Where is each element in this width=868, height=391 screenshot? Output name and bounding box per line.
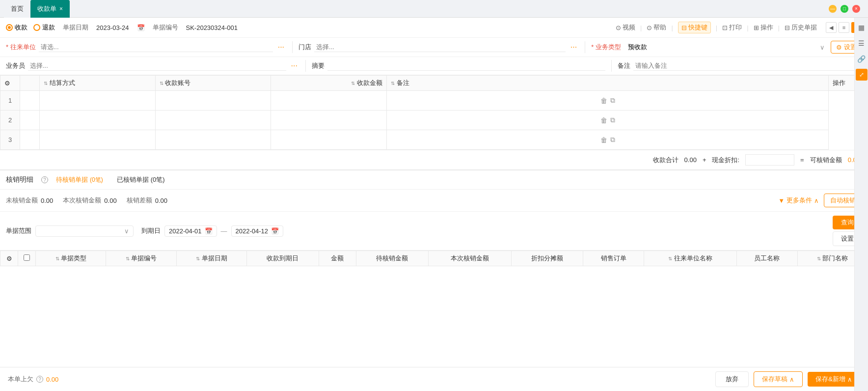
biz-type-value: 预收款 — [624, 43, 817, 52]
form-row-1: 往来单位 ··· 门店 ··· * 业务类型 预收款 ∨ ⚙ 设置 — [0, 38, 868, 57]
tab-home-label: 首页 — [11, 4, 24, 13]
table-wrapper: ⚙ ⇅ 结算方式 ⇅ 收款账号 ⇅ 收款金额 — [0, 75, 868, 150]
counterpart-input[interactable] — [39, 42, 273, 52]
row-1-account[interactable] — [40, 91, 156, 111]
operation-link[interactable]: ⊞ 操作 — [754, 23, 773, 32]
vcol-employee: 员工名称 — [737, 251, 797, 266]
date-to-input[interactable]: 2022-04-12 📅 — [231, 225, 284, 237]
remark-input[interactable] — [633, 61, 862, 71]
divider-4 — [611, 60, 612, 72]
salesperson-label: 业务员 — [6, 61, 25, 70]
row-3-delete-btn[interactable]: 🗑 — [600, 136, 607, 144]
balance-info-icon[interactable]: ? — [36, 376, 43, 383]
col-settings[interactable]: ⚙ — [0, 76, 20, 91]
shortcut-link[interactable]: ⊟ 快捷键 — [678, 22, 711, 33]
row-2-account[interactable] — [40, 111, 156, 130]
right-sidebar: ▦ ☰ 🔗 ⤢ — [854, 18, 868, 391]
doc-no-label: 单据编号 — [153, 23, 178, 32]
sidebar-expand-icon[interactable]: ⤢ — [856, 69, 868, 81]
video-link[interactable]: ⊙ 视频 — [616, 23, 635, 32]
tab-close-icon[interactable]: × — [59, 5, 63, 12]
biz-type-field: * 业务类型 预收款 ∨ — [591, 43, 825, 52]
view-icon-list[interactable]: ≡ — [839, 22, 849, 33]
calendar-to-icon: 📅 — [271, 227, 279, 235]
close-button[interactable]: × — [852, 5, 860, 13]
tab-receipt[interactable]: 收款单 × — [30, 0, 70, 18]
row-3-remark[interactable] — [271, 130, 387, 150]
store-input[interactable] — [314, 42, 566, 52]
discount-label: 现金折扣: — [712, 156, 739, 165]
row-1-settle[interactable] — [20, 91, 40, 111]
store-field: 门店 ··· — [298, 42, 579, 52]
plus-symbol: + — [703, 156, 706, 164]
bottom-bar: 本单上欠 ? 0.00 放弃 保存草稿 ∧ 保存&新增 ∧ — [0, 367, 868, 391]
this-verify-stat: 本次核销金额 0.00 — [63, 196, 116, 205]
maximize-button[interactable]: □ — [841, 5, 848, 13]
salesperson-input[interactable] — [28, 61, 286, 71]
select-all-checkbox[interactable] — [24, 254, 30, 261]
range-select[interactable]: ∨ — [35, 225, 134, 237]
table-row: 3 🗑 ⧉ — [0, 130, 868, 150]
sidebar-attachment-icon[interactable]: 🔗 — [856, 53, 868, 65]
draft-arrow-icon: ∧ — [789, 376, 794, 383]
date-from-input[interactable]: 2022-04-01 📅 — [164, 225, 217, 237]
radio-receipt[interactable]: 收款 — [6, 23, 27, 32]
row-1-delete-btn[interactable]: 🗑 — [600, 97, 607, 105]
verify-actions: ▼ 更多条件 ∧ 自动核销 — [778, 194, 862, 207]
row-1-copy-btn[interactable]: ⧉ — [610, 96, 615, 105]
history-icon: ⊟ — [785, 24, 790, 31]
due-date-field: 到期日 2022-04-01 📅 — 2022-04-12 📅 — [141, 225, 283, 237]
vcol-checkbox[interactable] — [18, 251, 36, 266]
chevron-up-icon: ∧ — [814, 197, 819, 204]
verified-tab[interactable]: 已核销单据 (0笔) — [117, 175, 165, 184]
radio-refund[interactable]: 退款 — [33, 23, 55, 32]
vcol-doc-date: ⇅ 单据日期 — [176, 251, 246, 266]
date-separator: — — [221, 227, 227, 235]
more-conditions-btn[interactable]: ▼ 更多条件 ∧ — [778, 196, 819, 205]
view-icon-prev[interactable]: ◀ — [826, 22, 837, 33]
doc-no-value: SK-20230324-001 — [186, 24, 238, 31]
draft-button[interactable]: 保存草稿 ∧ — [754, 371, 803, 387]
abandon-button[interactable]: 放弃 — [715, 371, 749, 387]
row-3-settle[interactable] — [20, 130, 40, 150]
row-2-delete-btn[interactable]: 🗑 — [600, 116, 607, 124]
save-arrow-icon: ∧ — [847, 376, 852, 383]
divider-2 — [585, 41, 585, 53]
calendar-icon[interactable]: 📅 — [137, 24, 145, 31]
row-2-copy-btn[interactable]: ⧉ — [610, 116, 615, 124]
tab-home[interactable]: 首页 — [4, 0, 30, 18]
verify-info-icon[interactable]: ? — [41, 176, 48, 183]
summary-field: 摘要 — [312, 61, 605, 71]
summary-row: 收款合计 0.00 + 现金折扣: = 可核销金额 0.00 — [0, 150, 868, 170]
row-2-num: 2 — [0, 111, 20, 130]
save-new-button[interactable]: 保存&新增 ∧ — [808, 372, 860, 387]
row-3-account[interactable] — [40, 130, 156, 150]
minimize-button[interactable]: — — [829, 5, 837, 13]
row-3-copy-btn[interactable]: ⧉ — [610, 136, 615, 144]
counterpart-ellipsis[interactable]: ··· — [276, 43, 286, 52]
vcol-settings[interactable]: ⚙ — [0, 251, 18, 266]
discount-input[interactable] — [745, 154, 794, 166]
row-1-remark[interactable] — [271, 91, 387, 111]
row-3-amount[interactable] — [155, 130, 271, 150]
vcol-sales-order: 销售订单 — [583, 251, 644, 266]
row-2-amount[interactable] — [155, 111, 271, 130]
salesperson-ellipsis[interactable]: ··· — [289, 61, 299, 70]
biz-type-arrow[interactable]: ∨ — [820, 44, 825, 51]
row-2-remark[interactable] — [271, 111, 387, 130]
sidebar-doc-icon[interactable]: ☰ — [856, 37, 868, 49]
history-link[interactable]: ⊟ 历史单据 — [785, 23, 817, 32]
store-ellipsis[interactable]: ··· — [569, 43, 579, 52]
remark-field: 备注 — [618, 61, 862, 71]
vcol-due-date: 收款到期日 — [247, 251, 319, 266]
print-link[interactable]: ⊡ 打印 — [722, 23, 742, 32]
row-1-amount[interactable] — [155, 91, 271, 111]
pending-tab[interactable]: 待核销单据 (0笔) — [56, 175, 103, 184]
row-2-settle[interactable] — [20, 111, 40, 130]
summary-input[interactable] — [327, 61, 605, 71]
vcol-counterpart: ⇅ 往来单位名称 — [644, 251, 737, 266]
help-link[interactable]: ⊙ 帮助 — [647, 23, 666, 32]
sidebar-table-icon[interactable]: ▦ — [856, 22, 868, 33]
verify-table-wrapper: ⚙ ⇅ 单据类型 ⇅ 单据编号 — [0, 251, 868, 266]
total-value: 0.00 — [684, 156, 697, 164]
